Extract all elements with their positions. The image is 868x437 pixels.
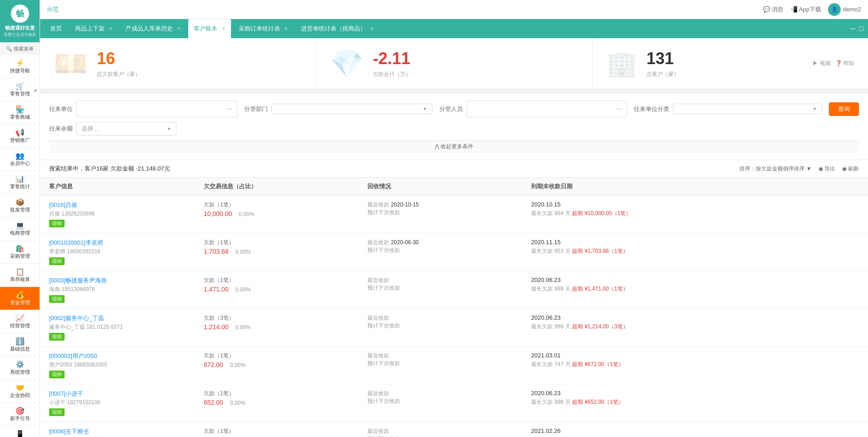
refresh-btn[interactable]: ◉ 刷新 <box>842 165 859 173</box>
dept-dropdown-icon[interactable]: ▼ <box>423 106 427 111</box>
debt-amount-6: 652.00 <box>204 399 223 406</box>
last-collection-5: 最近收款 <box>367 352 531 360</box>
filter-dots-unit[interactable]: ··· <box>226 105 232 113</box>
tab-customer-account[interactable]: 客户账本 × <box>188 19 231 38</box>
message-label: 消息 <box>772 5 783 14</box>
enterprise-icon: 🤝 <box>2 383 38 392</box>
overdue-amount-6[interactable]: ¥652.00（1笔） <box>585 399 624 405</box>
last-collection-3: 最近收款 <box>367 276 531 284</box>
customer-name-5[interactable]: [000002]用户2050 <box>49 352 204 360</box>
header-right: 💬 消息 📲 App下载 👤 demo2 <box>763 3 861 16</box>
table-row: [0001020001]李老师 李老师 18600391516 现销 欠款（1笔… <box>40 233 868 271</box>
overdue-info-4: 最长欠款 998 天 超期 ¥1,214.00（3笔） <box>531 323 859 331</box>
sidebar-item-operation[interactable]: 📈 经营管理 <box>0 310 40 333</box>
overdue-amount-2[interactable]: ¥1,703.68（1笔） <box>585 248 628 254</box>
overdue-info-5: 最长欠款 747 天 超期 ¥672.00（1笔） <box>531 361 859 368</box>
tab-close-icon2[interactable]: × <box>177 25 181 32</box>
customer-name-2[interactable]: [0001020001]李老师 <box>49 239 204 247</box>
overdue-amount-4[interactable]: ¥1,214.00（3笔） <box>585 323 628 330</box>
view-video-btn[interactable]: ▶ 视频 <box>813 60 830 67</box>
debt-count-4: 欠款（3笔） <box>204 314 367 322</box>
operation-icon: 📈 <box>2 314 38 322</box>
stat-values-customers: 131 总客户（家） <box>647 49 679 78</box>
sidebar-item-retail-stats[interactable]: 📊 零售统计 <box>0 171 40 194</box>
filter-label-balance: 往来余额 <box>49 125 73 133</box>
sidebar-item-quick-nav[interactable]: ⚡ 快捷导航 <box>0 55 40 78</box>
next-collection-4: 预计下次收款 <box>367 322 531 330</box>
export-btn[interactable]: ◉ 导出 <box>818 165 835 173</box>
debt-info-5: 欠款（1笔） 672.00 0.00% <box>204 352 367 368</box>
query-button[interactable]: 查询 <box>829 102 859 116</box>
due-date-info-7: 2021.02.26 最长欠款 750 天 超期 ¥455.90（1笔） <box>531 427 859 437</box>
tab-home[interactable]: 首页 <box>45 19 67 38</box>
newbie-icon: 🎯 <box>2 407 38 415</box>
status-badge-3: 现销 <box>49 295 65 303</box>
sidebar-item-ecommerce[interactable]: 💻 电商管理 <box>0 217 40 241</box>
customer-name-1[interactable]: [0016]吕俊 <box>49 201 204 209</box>
overdue-amount-3[interactable]: ¥1,471.00（1笔） <box>585 286 628 292</box>
overdue-amount-5[interactable]: ¥672.00（1笔） <box>585 361 624 367</box>
filter-dots-manager[interactable]: ··· <box>616 105 622 113</box>
sort-dropdown-icon[interactable]: ▼ <box>806 166 812 172</box>
sidebar-item-member[interactable]: 👥 会员中心 <box>0 148 40 171</box>
overdue-amount-1[interactable]: ¥10,000.00（1笔） <box>585 210 632 216</box>
sort-selector[interactable]: 排序：按欠款金额倒序排序 ▼ <box>739 165 812 173</box>
message-icon: 💬 <box>763 6 770 13</box>
debt-amount-5: 672.00 <box>204 361 223 368</box>
sidebar-item-batch-mgmt[interactable]: 📦 批发管理 <box>0 194 40 217</box>
message-btn[interactable]: 💬 消息 <box>763 5 783 14</box>
stat-icon-debtors: 💴 <box>54 47 88 80</box>
maximize-btn[interactable]: □ <box>859 25 863 33</box>
customer-name-6[interactable]: [0007]小进干 <box>49 390 204 398</box>
sidebar-item-capital[interactable]: 💰 资金管理 <box>0 287 40 310</box>
tab-product-shelf[interactable]: 商品上下架 × <box>70 19 118 38</box>
tab-close-icon5[interactable]: × <box>371 25 374 32</box>
basic-info-label: 基础信息 <box>2 346 38 352</box>
app-download-icon: 📲 <box>790 6 798 13</box>
search-menu[interactable]: 🔍 搜索菜单 <box>0 42 40 55</box>
tab-close-icon3[interactable]: × <box>222 25 226 32</box>
stat-values-debtors: 16 总欠款客户（家） <box>97 49 140 78</box>
sidebar-item-retail-mall[interactable]: 🏪 零售商城 <box>0 101 40 125</box>
collapse-up-icon: ⋀ <box>435 143 439 150</box>
logo-sub: 母婴行业演示账套 <box>4 32 36 38</box>
export-icon: ◉ <box>818 166 823 172</box>
debt-ratio-5: 0.00% <box>230 362 246 368</box>
tab-production-history[interactable]: 产成品入库单历史 × <box>120 19 186 38</box>
sidebar-item-retail-mgmt[interactable]: 🛒 零售管理 ▲ <box>0 78 40 101</box>
filter-input-unit[interactable] <box>81 103 226 115</box>
collapse-filter-btn[interactable]: ⋀ 收起更多条件 <box>49 140 859 153</box>
tab-close-icon[interactable]: × <box>109 25 113 32</box>
demo-tag[interactable]: 示范 <box>47 5 59 14</box>
sidebar-item-basic-info[interactable]: ℹ️ 基础信息 <box>0 333 40 357</box>
retail-mall-icon: 🏪 <box>2 105 38 114</box>
customer-phone-5: 用户2050 18665062050 <box>49 361 204 369</box>
customer-name-3[interactable]: [0003]畅捷服务尹海燕 <box>49 276 204 285</box>
sidebar-item-purchase[interactable]: 🛍️ 采购管理 <box>0 241 40 264</box>
due-date-2: 2020.11.15 <box>531 239 859 246</box>
customer-name-7[interactable]: [0006]去下粮仓 <box>49 427 204 436</box>
filter-input-manager[interactable] <box>472 103 616 115</box>
balance-dropdown-icon[interactable]: ▼ <box>167 126 171 131</box>
due-date-7: 2021.02.26 <box>531 427 859 434</box>
app-download-btn[interactable]: 📲 App下载 <box>790 5 821 14</box>
due-date-5: 2021.03.01 <box>531 352 859 359</box>
stat-label-debtors: 总欠款客户（家） <box>97 70 140 78</box>
sidebar-item-app-center[interactable]: 📱 应用中心 <box>0 426 40 437</box>
sidebar-item-marketing[interactable]: 📢 营销推广 <box>0 125 40 148</box>
category-dropdown-icon[interactable]: ▼ <box>813 106 817 111</box>
tab-close-icon4[interactable]: × <box>284 25 288 32</box>
minimize-btn[interactable]: ─ <box>850 25 855 33</box>
refresh-label: 刷新 <box>848 165 859 173</box>
tab-purchase-product-stats[interactable]: 进货单统计表（按商品） × <box>296 19 379 38</box>
tab-purchase-stats[interactable]: 采购订单统计表 × <box>233 19 293 38</box>
sidebar-item-system[interactable]: ⚙️ 系统管理 <box>0 357 40 380</box>
user-profile[interactable]: 👤 demo2 <box>828 3 861 16</box>
customer-name-4[interactable]: [0002]服务中心_丁磊 <box>49 314 204 322</box>
help-btn[interactable]: ❓ 帮助 <box>835 60 854 67</box>
marketing-label: 营销推广 <box>2 137 38 144</box>
sidebar-item-inventory[interactable]: 📋 库存核算 <box>0 264 40 287</box>
sidebar-item-enterprise[interactable]: 🤝 企业协同 <box>0 380 40 403</box>
sidebar-item-newbie[interactable]: 🎯 新手引导 <box>0 403 40 426</box>
filter-area: 往来单位 ··· 分管部门 ▼ 分管人员 <box>40 94 868 160</box>
